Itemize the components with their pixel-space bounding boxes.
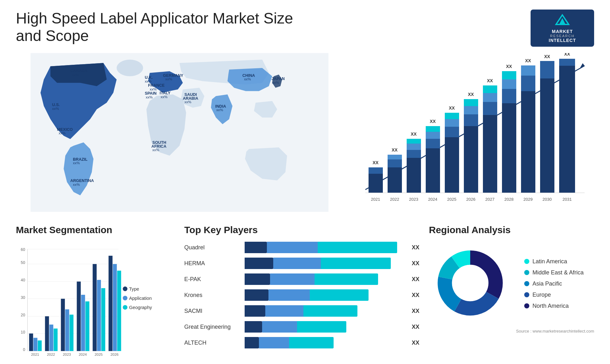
page-container: High Speed Label Applicator Market Size … — [0, 0, 610, 364]
player-name: HERMA — [184, 260, 241, 267]
svg-rect-121 — [70, 315, 74, 351]
bar-dark — [245, 337, 259, 348]
bar-dark — [245, 242, 267, 253]
svg-rect-123 — [77, 281, 81, 351]
donut-container: Latin America Middle East & Africa Asia … — [429, 242, 594, 326]
svg-point-140 — [123, 305, 127, 310]
player-bar-container — [245, 337, 405, 348]
svg-text:2025: 2025 — [95, 353, 103, 356]
player-bar-container — [245, 305, 405, 317]
legend-label: Latin America — [532, 258, 567, 265]
svg-text:xx%: xx% — [152, 148, 159, 152]
svg-point-3 — [117, 60, 143, 76]
player-name: E-PAK — [184, 276, 241, 283]
svg-text:xx%: xx% — [161, 95, 168, 99]
player-row-quadrel: Quadrel XX — [184, 242, 419, 253]
svg-text:xx%: xx% — [244, 77, 251, 81]
svg-rect-111 — [29, 334, 33, 351]
key-players-section: Top Key Players Quadrel XX HERMA — [184, 225, 419, 364]
svg-text:60: 60 — [21, 247, 25, 252]
svg-text:2028: 2028 — [505, 197, 514, 202]
svg-rect-72 — [483, 102, 497, 115]
legend-label: Middle East & Africa — [532, 269, 584, 276]
bar-mid — [268, 289, 310, 301]
svg-text:xx%: xx% — [185, 100, 192, 104]
svg-text:20: 20 — [21, 313, 25, 317]
segmentation-chart: 0 10 20 30 40 50 60 — [16, 242, 175, 362]
bar-light — [315, 273, 378, 285]
svg-rect-89 — [540, 61, 554, 78]
svg-rect-65 — [464, 126, 478, 193]
svg-text:U.S.: U.S. — [52, 103, 60, 107]
svg-rect-127 — [93, 264, 97, 351]
svg-text:xx%: xx% — [73, 183, 80, 186]
player-bar-container — [245, 242, 405, 253]
svg-text:XX: XX — [564, 53, 570, 57]
svg-text:xx%: xx% — [52, 107, 59, 111]
logo-icon — [536, 13, 588, 29]
segmentation-section: Market Segmentation 0 10 20 30 40 50 60 — [16, 225, 175, 364]
svg-text:xx%: xx% — [146, 95, 153, 99]
svg-text:xx%: xx% — [59, 131, 66, 135]
svg-rect-125 — [85, 301, 90, 351]
players-list: Quadrel XX HERMA XX — [184, 242, 419, 348]
svg-rect-119 — [61, 299, 65, 351]
bar-light — [303, 305, 357, 317]
donut-wrap — [429, 242, 512, 326]
svg-text:2024: 2024 — [79, 353, 87, 356]
svg-text:xx%: xx% — [145, 79, 152, 83]
bar-mid — [262, 321, 297, 333]
bar-mid — [267, 242, 318, 253]
regional-section: Regional Analysis — [429, 225, 594, 364]
player-name: ALTECH — [184, 340, 241, 346]
svg-text:xx%: xx% — [73, 161, 80, 165]
svg-text:2030: 2030 — [543, 197, 552, 202]
svg-rect-44 — [388, 155, 402, 159]
svg-rect-55 — [426, 132, 440, 139]
svg-rect-74 — [483, 85, 497, 93]
bar-light — [297, 321, 346, 333]
legend-item-apac: Asia Pacific — [524, 280, 584, 287]
svg-text:xx%: xx% — [150, 87, 157, 91]
bar-light — [310, 289, 369, 301]
bar-dark — [245, 289, 268, 301]
svg-text:2022: 2022 — [390, 197, 399, 202]
svg-text:2023: 2023 — [63, 353, 71, 356]
svg-rect-92 — [559, 66, 575, 193]
player-bar-container — [245, 289, 405, 301]
legend-label: North America — [532, 303, 569, 309]
svg-text:XX: XX — [544, 54, 550, 59]
svg-rect-73 — [483, 93, 497, 102]
svg-rect-77 — [502, 103, 516, 193]
svg-rect-38 — [369, 174, 383, 193]
svg-text:XX: XX — [487, 78, 493, 83]
svg-text:2021: 2021 — [371, 197, 380, 202]
player-row-krones: Krones XX — [184, 289, 419, 301]
player-row-great-engineering: Great Engineering XX — [184, 321, 419, 333]
svg-point-147 — [452, 265, 488, 301]
svg-rect-85 — [521, 65, 535, 76]
legend-dot — [524, 270, 529, 275]
player-row-altech: ALTECH XX — [184, 337, 419, 348]
player-value: XX — [412, 308, 419, 314]
player-value: XX — [412, 340, 419, 346]
svg-text:CANADA: CANADA — [70, 69, 87, 73]
legend-dot — [524, 259, 529, 264]
bottom-section: Market Segmentation 0 10 20 30 40 50 60 — [16, 225, 594, 364]
svg-rect-113 — [38, 340, 42, 351]
svg-rect-132 — [113, 264, 117, 351]
svg-rect-60 — [445, 127, 459, 137]
player-value: XX — [412, 324, 419, 330]
svg-rect-56 — [426, 126, 440, 132]
svg-rect-59 — [445, 137, 459, 193]
top-section: CANADA xx% U.S. xx% MEXICO xx% BRAZIL xx… — [16, 53, 594, 212]
svg-rect-78 — [502, 89, 516, 103]
legend-dot — [524, 303, 529, 308]
svg-rect-131 — [109, 256, 113, 351]
svg-text:XX: XX — [373, 160, 379, 165]
legend-dot — [524, 281, 529, 286]
player-name: SACMI — [184, 308, 241, 314]
svg-text:2024: 2024 — [428, 197, 437, 202]
player-value: XX — [412, 260, 419, 267]
svg-text:xx%: xx% — [216, 108, 223, 112]
